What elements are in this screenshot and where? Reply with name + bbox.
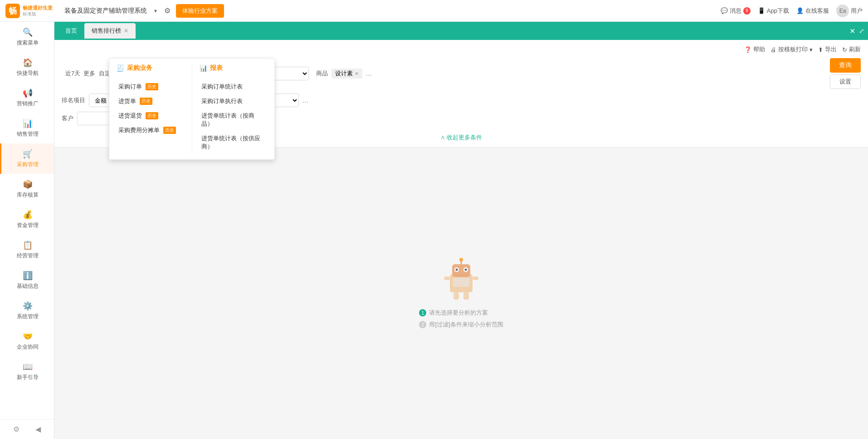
refresh-icon: ↻ <box>842 46 847 53</box>
sidebar-item-purchase[interactable]: 🛒 采购管理 <box>0 143 54 174</box>
export-btn[interactable]: ⬆ 导出 <box>818 45 837 54</box>
marketing-icon: 📢 <box>23 88 33 98</box>
sidebar-label-operation: 经营管理 <box>17 252 39 260</box>
sidebar-item-sales[interactable]: 📊 销售管理 <box>0 113 54 143</box>
system-name: 装备及固定资产辅助管理系统 <box>64 7 147 15</box>
tab-home-label: 首页 <box>65 27 77 35</box>
menu-item-purchase-order[interactable]: 采购订单 历史 <box>117 79 185 94</box>
tip1: 请先选择要分析的方案 <box>429 307 488 319</box>
print-label: 按模板打印 <box>778 45 808 54</box>
query-btn[interactable]: 查询 <box>830 58 861 73</box>
sidebar-item-operation[interactable]: 📋 经营管理 <box>0 235 54 265</box>
app-download-btn[interactable]: 📱 App下载 <box>758 7 789 15</box>
purchase-order-label: 采购订单 <box>118 83 142 91</box>
svg-rect-10 <box>453 278 469 287</box>
system-icon: ⚙️ <box>23 301 33 311</box>
collapse-btn[interactable]: ∧ 收起更多条件 <box>440 133 483 142</box>
guide-icon: 📖 <box>23 362 33 372</box>
filter-action-btns: 查询 设置 <box>830 58 861 89</box>
tab-home[interactable]: 首页 <box>58 23 84 39</box>
report-section-title: 📊 报表 <box>200 64 268 75</box>
sidebar-item-marketing[interactable]: 📢 营销推广 <box>0 83 54 113</box>
tab-sales-rank-label: 销售排行榜 <box>92 27 121 35</box>
tab-bar-close-btn[interactable]: ✕ <box>849 27 855 35</box>
sidebar-label-cooperation: 企业协同 <box>17 343 39 351</box>
sidebar-item-search[interactable]: 🔍 搜索菜单 <box>0 22 54 52</box>
logo-area: 畅 畅捷通好生意 标准版 <box>5 4 60 18</box>
sidebar-label-basic: 基础信息 <box>17 282 39 290</box>
sidebar-item-finance[interactable]: 💰 资金管理 <box>0 204 54 235</box>
purchase-section-icon: 🧾 <box>117 64 124 72</box>
cooperation-icon: 🤝 <box>23 331 33 341</box>
header-settings-btn[interactable]: ⚙ <box>162 5 172 17</box>
goods-label: 商品 <box>316 69 328 78</box>
tab-bar-expand-btn[interactable]: ⤢ <box>859 27 864 35</box>
step-num-2: 2 <box>419 321 426 328</box>
settings-btn[interactable]: 设置 <box>830 74 861 89</box>
tab-bar-right: ✕ ⤢ <box>849 27 864 35</box>
message-badge: 9 <box>743 7 751 15</box>
menu-item-order-exec[interactable]: 采购订单执行表 <box>200 94 268 109</box>
print-btn[interactable]: 🖨 按模板打印 ▾ <box>770 45 813 54</box>
sidebar-collapse-btn[interactable]: ◀ <box>35 425 41 434</box>
print-icon: 🖨 <box>770 46 776 53</box>
menu-item-expense[interactable]: 采购费用分摊单 历史 <box>117 123 185 138</box>
sidebar-label-search: 搜索菜单 <box>17 39 39 47</box>
home-icon: 🏠 <box>23 58 33 68</box>
tab-close-btn[interactable]: ✕ <box>124 28 128 34</box>
tab-sales-rank[interactable]: 销售排行榜 ✕ <box>84 23 136 39</box>
sales-icon: 📊 <box>23 118 33 128</box>
menu-item-inbound[interactable]: 进货单 历史 <box>117 94 185 109</box>
sidebar-item-guide[interactable]: 📖 新手引导 <box>0 356 54 387</box>
sidebar-item-system[interactable]: ⚙️ 系统管理 <box>0 296 54 326</box>
collapse-label: 收起更多条件 <box>447 134 482 141</box>
user-label: 用户 <box>851 7 863 15</box>
svg-rect-11 <box>454 292 459 300</box>
report-section-icon: 📊 <box>200 64 207 72</box>
app-logo-icon: 畅 <box>5 4 20 18</box>
empty-state: 1 请先选择要分析的方案 2 用[过滤]条件来缩小分析范围 <box>419 256 503 330</box>
phone-icon: 📱 <box>758 7 765 14</box>
collapse-icon: ∧ <box>440 134 445 141</box>
step-1: 1 请先选择要分析的方案 <box>419 307 503 319</box>
help-btn[interactable]: ❓ 帮助 <box>744 45 765 54</box>
user-btn[interactable]: Ea 用户 <box>836 5 863 17</box>
purchase-order-badge: 历史 <box>146 83 158 90</box>
menu-item-order-stats[interactable]: 采购订单统计表 <box>200 79 268 94</box>
refresh-btn[interactable]: ↻ 刷新 <box>842 45 861 54</box>
sidebar: 🔍 搜索菜单 🏠 快捷导航 📢 营销推广 📊 销售管理 🛒 采购管理 📦 库存核… <box>0 22 54 439</box>
help-icon: ❓ <box>744 46 751 53</box>
export-icon: ⬆ <box>818 46 823 53</box>
sidebar-item-basic[interactable]: ℹ️ 基础信息 <box>0 265 54 296</box>
menu-item-inbound-by-goods[interactable]: 进货单统计表（按商品） <box>200 109 268 131</box>
online-service-btn[interactable]: 👤 在线客服 <box>796 7 829 15</box>
svg-point-4 <box>455 269 458 271</box>
menu-item-inbound-by-supplier[interactable]: 进货单统计表（按供应商） <box>200 131 268 154</box>
basic-icon: ℹ️ <box>23 271 33 281</box>
print-dropdown-icon: ▾ <box>809 46 813 53</box>
goods-field: 商品 设计素 ✕ ... <box>316 69 372 79</box>
industry-btn[interactable]: 体验行业方案 <box>176 4 224 18</box>
header-nav: 装备及固定资产辅助管理系统 ▾ ⚙ 体验行业方案 <box>64 4 716 18</box>
sidebar-label-sales: 销售管理 <box>17 130 39 138</box>
sidebar-item-cooperation[interactable]: 🤝 企业协同 <box>0 326 54 356</box>
goods-tag-close[interactable]: ✕ <box>355 71 359 77</box>
system-dropdown-btn[interactable]: ▾ <box>152 7 159 15</box>
sidebar-item-nav[interactable]: 🏠 快捷导航 <box>0 52 54 83</box>
goods-tag: 设计素 ✕ <box>332 69 362 79</box>
logo-line2: 标准版 <box>23 11 53 17</box>
sidebar-label-guide: 新手引导 <box>17 374 39 381</box>
menu-item-return[interactable]: 进货退货 历史 <box>117 109 185 123</box>
staff-dots[interactable]: ... <box>302 96 308 104</box>
message-btn[interactable]: 💬 消息 9 <box>721 7 751 15</box>
empty-illustration <box>439 256 484 301</box>
goods-dots[interactable]: ... <box>366 69 372 78</box>
sidebar-item-inventory[interactable]: 📦 库存核算 <box>0 174 54 204</box>
export-label: 导出 <box>825 45 837 54</box>
sidebar-label-nav: 快捷导航 <box>17 69 39 77</box>
sidebar-label-purchase: 采购管理 <box>17 161 39 168</box>
sidebar-settings-btn[interactable]: ⚙ <box>13 425 20 434</box>
search-icon: 🔍 <box>23 27 33 37</box>
tip2: 用[过滤]条件来缩小分析范围 <box>429 319 503 330</box>
purchase-dropdown-menu: 🧾 采购业务 采购订单 历史 进货单 历史 进货退货 历史 采购费用分摊单 <box>109 58 275 160</box>
